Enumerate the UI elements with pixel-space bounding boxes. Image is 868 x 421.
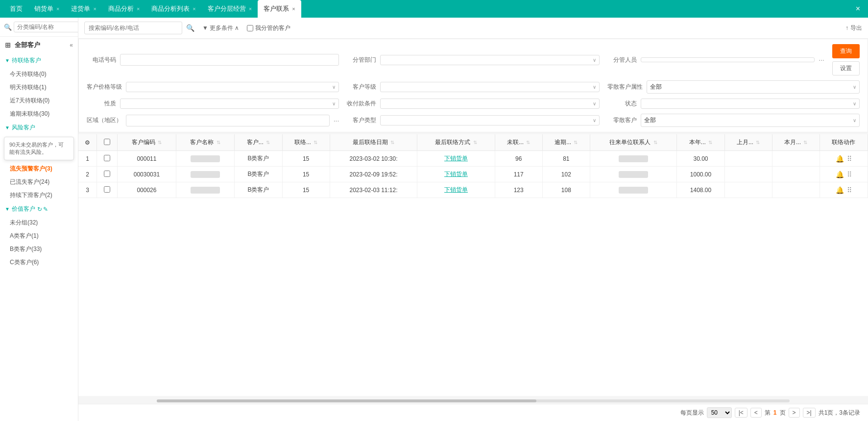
- sidebar-item-churn-warning[interactable]: 流失预警客户(3): [0, 162, 78, 175]
- scrollbar-track[interactable]: [157, 399, 790, 402]
- filter-customer-type-select[interactable]: ∨: [380, 115, 599, 125]
- close-icon[interactable]: ×: [137, 6, 140, 12]
- tab-product-analysis[interactable]: 商品分析 ×: [102, 0, 145, 18]
- sidebar-item-a-class[interactable]: A类客户(1): [0, 229, 78, 243]
- last-contact-date-col-header[interactable]: 最后联络日期 ⇅: [330, 134, 417, 151]
- row-checkbox[interactable]: [104, 171, 110, 177]
- filter-retail-attr-select[interactable]: 全部∨: [647, 80, 860, 94]
- sidebar-item-overdue[interactable]: 逾期未联络(30): [0, 107, 78, 121]
- row-checkbox-cell[interactable]: [97, 151, 118, 167]
- not-contacted-col-header[interactable]: 未联... ⇅: [495, 134, 542, 151]
- settings-col-header[interactable]: ⚙: [78, 134, 97, 151]
- tab-home[interactable]: 首页: [4, 0, 28, 18]
- more-action-icon[interactable]: ⠿: [847, 171, 852, 178]
- sidebar-section-risk[interactable]: ▼ 风险客户: [0, 121, 78, 135]
- sidebar-item-churned[interactable]: 已流失客户(24): [0, 175, 78, 189]
- next-page-button[interactable]: >: [789, 408, 800, 418]
- collapse-icon[interactable]: «: [70, 42, 73, 49]
- more-options-icon[interactable]: ···: [819, 56, 824, 64]
- sidebar-search-input[interactable]: [14, 22, 78, 32]
- filter-manager-select[interactable]: [641, 57, 815, 62]
- row-checkbox[interactable]: [104, 186, 110, 193]
- sidebar-section-pending[interactable]: ▼ 待联络客户: [0, 53, 78, 68]
- checkbox-col-header[interactable]: [97, 134, 118, 151]
- sidebar-item-today[interactable]: 今天待联络(0): [0, 68, 78, 81]
- filter-status-select[interactable]: ∨: [641, 99, 860, 109]
- last-contact-way-col-header[interactable]: 最后联络方式 ⇅: [417, 134, 495, 151]
- search-button[interactable]: 🔍: [186, 24, 194, 32]
- more-conditions-button[interactable]: ▼ 更多条件 ∧: [198, 22, 243, 34]
- company-contact-col-header[interactable]: 往来单位联系人 ⇅: [590, 134, 677, 151]
- last-month-col-header[interactable]: 上月... ⇅: [724, 134, 772, 151]
- sidebar-item-c-class[interactable]: C类客户(6): [0, 256, 78, 269]
- code-col-header[interactable]: 客户编码 ⇅: [118, 134, 176, 151]
- filter-payment-select[interactable]: ∨: [380, 99, 599, 109]
- sidebar-section-value[interactable]: ▼ 价值客户 ↻ ✎: [0, 202, 78, 216]
- last-page-button[interactable]: >|: [803, 408, 816, 418]
- more-action-icon[interactable]: ⠿: [847, 186, 852, 194]
- row-checkbox-cell[interactable]: [97, 182, 118, 198]
- close-icon[interactable]: ×: [56, 6, 59, 12]
- sidebar-item-declining[interactable]: 持续下滑客户(2): [0, 189, 78, 202]
- filter-phone-input[interactable]: [120, 54, 339, 66]
- sidebar-item-tomorrow[interactable]: 明天待联络(1): [0, 81, 78, 94]
- name-col-header[interactable]: 客户名称 ⇅: [176, 134, 235, 151]
- this-month-col-header[interactable]: 本月... ⇅: [772, 134, 820, 151]
- search-input[interactable]: [84, 22, 182, 34]
- prev-page-button[interactable]: <: [750, 408, 762, 418]
- my-customers-checkbox[interactable]: [247, 25, 253, 31]
- per-page-select[interactable]: 50 100: [707, 407, 732, 418]
- row-overdue: 108: [542, 182, 590, 198]
- type-col-header[interactable]: 客户... ⇅: [235, 134, 282, 151]
- arrow-down-icon: ▼: [5, 125, 10, 130]
- filter-region-input[interactable]: [126, 115, 330, 126]
- row-last-way[interactable]: 下销货单: [417, 151, 495, 167]
- contact-action-icon[interactable]: 🔔: [836, 155, 844, 163]
- row-last-way[interactable]: 下销货单: [417, 182, 495, 198]
- tab-customer-tier[interactable]: 客户分层经营 ×: [202, 0, 258, 18]
- tab-customer-contact[interactable]: 客户联系 ×: [258, 0, 301, 18]
- row-checkbox-cell[interactable]: [97, 167, 118, 182]
- contact-action-icon[interactable]: 🔔: [836, 171, 844, 178]
- horizontal-scrollbar[interactable]: [78, 398, 868, 404]
- contact-action-icon[interactable]: 🔔: [836, 186, 844, 194]
- sidebar-item-7days[interactable]: 近7天待联络(0): [0, 94, 78, 107]
- my-customers-checkbox-label[interactable]: 我分管的客户: [247, 24, 290, 32]
- refresh-icon[interactable]: ↻: [37, 206, 42, 213]
- overdue-col-header[interactable]: 逾期... ⇅: [542, 134, 590, 151]
- close-icon[interactable]: ×: [93, 6, 96, 12]
- select-all-checkbox[interactable]: [104, 139, 110, 145]
- filter-dept-select[interactable]: ∨: [380, 55, 599, 65]
- row-code: 00030031: [118, 167, 176, 182]
- sidebar: 🔍 ⊞ 全部客户 « ▼ 待联络客户 今天待联络(0) 明天待联络(1) 近7天…: [0, 18, 78, 421]
- close-all-icon[interactable]: ×: [852, 4, 864, 13]
- this-year-col-header[interactable]: 本年... ⇅: [677, 134, 724, 151]
- row-last-way[interactable]: 下销货单: [417, 167, 495, 182]
- row-checkbox[interactable]: [104, 155, 110, 161]
- contact-count-col-header[interactable]: 联络... ⇅: [282, 134, 330, 151]
- close-icon[interactable]: ×: [193, 6, 195, 12]
- region-more-icon[interactable]: ···: [334, 117, 339, 124]
- contact-way-link[interactable]: 下销货单: [444, 186, 468, 193]
- filter-nature-select[interactable]: ∨: [120, 99, 339, 109]
- export-button[interactable]: ↑ 导出: [845, 24, 862, 32]
- scrollbar-thumb[interactable]: [157, 399, 536, 402]
- tab-purchase[interactable]: 进货单 ×: [65, 0, 102, 18]
- query-button[interactable]: 查询: [832, 44, 860, 58]
- sidebar-item-b-class[interactable]: B类客户(33): [0, 243, 78, 256]
- contact-way-link[interactable]: 下销货单: [444, 171, 468, 177]
- first-page-button[interactable]: |<: [735, 408, 747, 418]
- contact-way-link[interactable]: 下销货单: [444, 155, 468, 162]
- settings-button[interactable]: 设置: [832, 61, 860, 75]
- more-action-icon[interactable]: ⠿: [847, 155, 852, 163]
- all-customers-header[interactable]: ⊞ 全部客户 «: [0, 37, 78, 53]
- sidebar-item-ungrouped[interactable]: 未分组(32): [0, 216, 78, 229]
- tab-sales[interactable]: 销货单 ×: [28, 0, 65, 18]
- close-icon[interactable]: ×: [249, 6, 252, 12]
- filter-customer-level-select[interactable]: ∨: [380, 82, 599, 92]
- close-icon[interactable]: ×: [292, 6, 295, 12]
- filter-price-level-select[interactable]: ∨: [126, 82, 339, 92]
- edit-icon[interactable]: ✎: [43, 206, 48, 213]
- tab-product-analysis-list[interactable]: 商品分析列表 ×: [145, 0, 201, 18]
- filter-retail-customer-select[interactable]: 全部∨: [641, 114, 860, 127]
